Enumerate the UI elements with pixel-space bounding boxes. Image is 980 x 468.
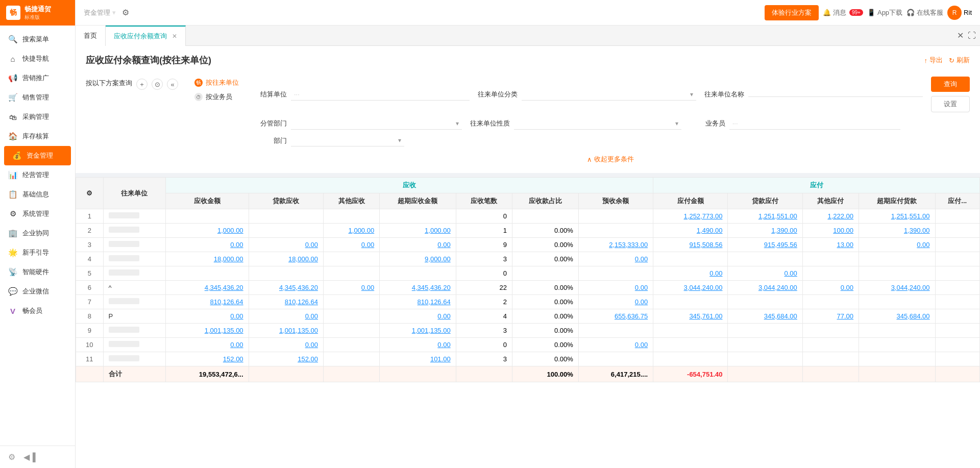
tab-ar-ap-label: 应收应付余额查询 — [114, 32, 167, 41]
sidebar-item-member[interactable]: V 畅会员 — [0, 301, 75, 321]
col-ap-other-header: 其他应付 — [802, 193, 859, 209]
col-ap-loan-header: 贷款应付 — [728, 193, 802, 209]
user-menu[interactable]: R Rit — [947, 6, 972, 20]
filter-row-1: 结算单位 ··· 往来单位分类 ▾ — [251, 77, 970, 112]
sidebar-item-operation[interactable]: 📊 经营管理 — [0, 165, 75, 185]
sidebar-item-smart-hw[interactable]: 📡 智能硬件 — [0, 262, 75, 282]
query-btn[interactable]: 查询 — [931, 77, 970, 92]
table-row: 21,000.001,000.001,000.0010.00%1,490.001… — [76, 224, 980, 238]
col-ap-extra-header: 应付... — [935, 193, 979, 209]
scheme-by-unit-label: 按往来单位 — [206, 78, 239, 87]
scheme-by-staff-icon: ⏱ — [194, 93, 203, 101]
sidebar-item-label: 销售管理 — [22, 93, 49, 102]
sidebar-item-basic-info[interactable]: 📋 基础信息 — [0, 185, 75, 204]
sidebar-item-purchase[interactable]: 🛍 采购管理 — [0, 107, 75, 127]
sidebar-item-system[interactable]: ⚙ 系统管理 — [0, 204, 75, 224]
table-row: 7810,126.64810,126.64810,126.6420.00%0.0… — [76, 295, 980, 309]
settings-bottom-icon[interactable]: ⚙ — [8, 452, 15, 462]
sidebar-item-label: 企业协同 — [22, 229, 49, 238]
table-row: 11152.00152.00101.0030.00% — [76, 352, 980, 366]
total-ar-ratio: 100.00% — [512, 366, 578, 382]
sidebar-item-finance[interactable]: 💰 资金管理 — [4, 146, 71, 165]
filter-unit-name: 往来单位名称 — [704, 90, 923, 99]
table-row: 418,000.0018,000.009,000.0030.00%0.00 — [76, 252, 980, 266]
page-header-actions: ↑ 导出 ↻ 刷新 — [924, 56, 970, 65]
sidebar-item-guide[interactable]: 🌟 新手引导 — [0, 243, 75, 262]
filter-salesperson: 业务员 ··· — [690, 117, 900, 130]
tab-close-icon[interactable]: ✕ — [172, 33, 177, 40]
edit-scheme-btn[interactable]: ⊙ — [152, 79, 163, 90]
member-icon: V — [8, 306, 17, 315]
export-label: 导出 — [929, 56, 943, 65]
tabbar-window-close-icon[interactable]: ✕ — [957, 31, 964, 40]
filter-unit-category: 往来单位分类 ▾ — [478, 89, 696, 101]
table-row: 500.000.00 — [76, 266, 980, 281]
topbar-gear-icon[interactable]: ⚙ — [122, 8, 129, 17]
unit-nature-select[interactable]: ▾ — [514, 118, 681, 130]
filter-collapse-btn[interactable]: ∧ 收起更多条件 — [251, 152, 970, 167]
basic-info-icon: 📋 — [8, 190, 17, 199]
app-download-label: App下载 — [877, 8, 902, 17]
sidebar-item-quick-nav[interactable]: ⌂ 快捷导航 — [0, 49, 75, 68]
page-header: 应收应付余额查询(按往来单位) ↑ 导出 ↻ 刷新 — [76, 46, 980, 70]
tabbar-expand-icon[interactable]: ⛶ — [968, 31, 976, 40]
action-btns: 查询 设置 — [931, 77, 970, 112]
sidebar-item-marketing[interactable]: 📢 营销推广 — [0, 68, 75, 88]
tab-home[interactable]: 首页 — [76, 26, 106, 46]
industry-btn[interactable]: 体验行业方案 — [765, 5, 819, 20]
scheme-by-staff-label: 按业务员 — [206, 92, 232, 102]
sidebar-menu: 🔍 搜索菜单 ⌂ 快捷导航 📢 营销推广 🛒 销售管理 🛍 采购管理 🏠 库存核… — [0, 26, 75, 446]
scheme-option-by-unit[interactable]: 畅 按往来单位 — [190, 77, 243, 89]
online-service-btn[interactable]: 🎧 在线客服 — [906, 8, 943, 17]
col-ap-amount-header: 应付金额 — [653, 193, 728, 209]
col-ar-group-header: 应收 — [165, 178, 653, 193]
dept-manage-select[interactable]: ▾ — [291, 118, 462, 130]
refresh-label: 刷新 — [957, 56, 970, 65]
settlement-unit-dots: ··· — [294, 90, 300, 98]
filter-settlement-unit: 结算单位 ··· — [251, 88, 470, 101]
tabbar: 首页 应收应付余额查询 ✕ ✕ ⛶ — [76, 26, 980, 46]
notifications-badge: 99+ — [849, 9, 863, 16]
unit-category-label: 往来单位分类 — [478, 90, 518, 99]
more-scheme-btn[interactable]: « — [167, 79, 178, 90]
tab-ar-ap[interactable]: 应收应付余额查询 ✕ — [106, 26, 186, 46]
sidebar-item-search-menu[interactable]: 🔍 搜索菜单 — [0, 30, 75, 49]
export-btn[interactable]: ↑ 导出 — [924, 56, 943, 65]
total-label: 合计 — [103, 366, 165, 382]
tab-home-label: 首页 — [84, 31, 97, 40]
settlement-unit-input[interactable]: ··· — [291, 88, 470, 101]
guide-icon: 🌟 — [8, 248, 17, 257]
notifications-btn[interactable]: 🔔 消息 99+ — [823, 8, 863, 17]
sidebar-item-label: 营销推广 — [22, 73, 49, 83]
table-row: 100.000.000.0000.00%0.00 — [76, 338, 980, 352]
sidebar-item-label: 库存核算 — [22, 132, 49, 141]
unit-nature-chevron: ▾ — [675, 120, 678, 127]
dept-manage-label: 分管部门 — [251, 119, 287, 128]
sidebar-item-warehouse[interactable]: 🏠 库存核算 — [0, 127, 75, 146]
quick-nav-icon: ⌂ — [8, 54, 17, 63]
dept-select[interactable]: ▾ — [291, 135, 404, 146]
scheme-option-by-staff[interactable]: ⏱ 按业务员 — [190, 91, 243, 103]
sidebar-item-sales[interactable]: 🛒 销售管理 — [0, 88, 75, 107]
sidebar-item-label: 系统管理 — [22, 209, 49, 218]
scheme-by-unit-icon: 畅 — [194, 79, 203, 87]
col-ar-overdue-header: 超期应收金额 — [380, 193, 456, 209]
sidebar-item-enterprise[interactable]: 🏢 企业协同 — [0, 224, 75, 243]
app-download-btn[interactable]: 📱 App下载 — [867, 8, 902, 17]
unit-category-select[interactable]: ▾ — [522, 89, 696, 101]
collapse-sidebar-icon[interactable]: ◀▐ — [23, 452, 35, 462]
sidebar-item-label: 资金管理 — [27, 151, 53, 160]
unit-name-input[interactable] — [748, 92, 923, 97]
filter-scheme-label: 按以下方案查询 — [86, 79, 132, 88]
col-settings-header[interactable]: ⚙ — [76, 178, 104, 209]
total-row: 合计 19,553,472,6... 100.00% 6,417,215....… — [76, 366, 980, 382]
salesperson-input[interactable]: ··· — [729, 117, 900, 130]
sidebar-bottom: ⚙ ◀▐ — [0, 446, 75, 468]
sidebar-item-wechat[interactable]: 💬 企业微信 — [0, 282, 75, 301]
refresh-btn[interactable]: ↻ 刷新 — [949, 56, 970, 65]
scheme-list: 畅 按往来单位 ⏱ 按业务员 — [190, 77, 243, 103]
dept-label: 部门 — [251, 136, 287, 145]
add-scheme-btn[interactable]: + — [136, 79, 148, 90]
breadcrumb-text: 资金管理 — [84, 8, 110, 17]
set-btn[interactable]: 设置 — [931, 96, 970, 112]
